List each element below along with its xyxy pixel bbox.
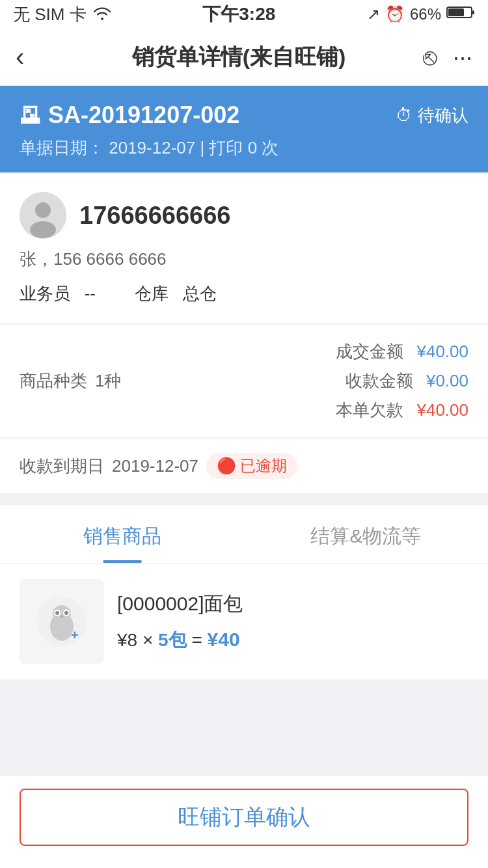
equals-sign: = — [191, 630, 207, 650]
product-quantity: 5包 — [158, 630, 187, 650]
summary-right: 成交金额 ¥40.00 收款金额 ¥0.00 本单欠款 ¥40.00 — [336, 340, 468, 422]
overdue-badge: 🔴 已逾期 — [206, 453, 297, 479]
tabs-container: 销售商品 结算&物流等 — [0, 505, 488, 563]
tab-settlement-logistics[interactable]: 结算&物流等 — [244, 505, 488, 563]
customer-name: 张，156 6666 6666 — [20, 248, 468, 271]
product-price: ¥8 — [117, 630, 137, 650]
status-right: ↗ ⏰ 66% — [367, 5, 475, 23]
status-badge: ⏱ 待确认 — [396, 104, 468, 127]
order-header-card: 🗳 SA-20191207-002 ⏱ 待确认 单据日期： 2019-12-07… — [0, 86, 488, 172]
due-date-card: 收款到期日 2019-12-07 🔴 已逾期 — [0, 439, 488, 493]
customer-main: 17666666666 — [20, 192, 468, 239]
nav-actions: ⎋ ··· — [423, 44, 472, 71]
overdue-icon: 🔴 — [217, 457, 236, 475]
svg-point-11 — [55, 611, 59, 615]
product-name: [0000002]面包 — [117, 591, 468, 617]
customer-card: 17666666666 张，156 6666 6666 业务员 -- 仓库 总仓 — [0, 174, 488, 323]
svg-point-12 — [64, 611, 68, 615]
status-time: 下午3:28 — [202, 2, 275, 27]
battery-text: 66% — [410, 5, 441, 23]
avatar — [20, 192, 66, 239]
back-button[interactable]: ‹ — [16, 42, 55, 72]
customer-phone: 17666666666 — [79, 202, 230, 230]
more-icon[interactable]: ··· — [453, 44, 472, 71]
order-date-row: 单据日期： 2019-12-07 | 打印 0 次 — [20, 137, 468, 159]
product-thumbnail: + — [20, 579, 104, 664]
amount-value: ¥40.00 — [416, 342, 468, 362]
order-icon: 🗳 — [20, 103, 40, 128]
svg-point-4 — [35, 202, 51, 218]
status-left: 无 SIM 卡 — [13, 3, 111, 26]
due-date-value: 2019-12-07 — [112, 456, 198, 476]
header-top: 🗳 SA-20191207-002 ⏱ 待确认 — [20, 102, 468, 129]
order-id: 🗳 SA-20191207-002 — [20, 102, 239, 129]
customer-meta: 业务员 -- 仓库 总仓 — [20, 282, 468, 305]
svg-rect-2 — [472, 10, 474, 14]
svg-point-5 — [30, 221, 56, 238]
due-label: 收款到期日 — [20, 455, 104, 478]
clock-icon: ⏱ — [396, 105, 413, 126]
location-icon: ↗ — [367, 5, 380, 23]
product-total: ¥40 — [208, 629, 240, 650]
page-title: 销货单详情(来自旺铺) — [132, 42, 346, 72]
multiply-sign: × — [142, 630, 158, 650]
overdue-text: 已逾期 — [240, 455, 287, 476]
item-types-row: 商品种类 1种 — [20, 370, 329, 392]
amount-row: 成交金额 ¥40.00 — [336, 340, 468, 363]
product-card: + [0000002]面包 ¥8 × 5包 = ¥40 — [0, 563, 488, 679]
product-price-row: ¥8 × 5包 = ¥40 — [117, 628, 468, 653]
svg-rect-1 — [448, 8, 464, 16]
alarm-icon: ⏰ — [385, 5, 405, 23]
received-value: ¥0.00 — [426, 371, 468, 391]
bottom-bar: 旺铺订单确认 — [0, 776, 488, 868]
owed-value: ¥40.00 — [416, 400, 468, 420]
warehouse-field: 仓库 总仓 — [135, 282, 217, 305]
wifi-icon — [93, 5, 111, 25]
status-bar: 无 SIM 卡 下午3:28 ↗ ⏰ 66% — [0, 0, 488, 29]
summary-left: 商品种类 1种 — [20, 340, 329, 422]
salesperson-field: 业务员 -- — [20, 282, 96, 305]
tab-sales-products[interactable]: 销售商品 — [0, 505, 244, 563]
svg-text:+: + — [71, 628, 79, 642]
battery-icon — [446, 5, 475, 23]
summary-card: 商品种类 1种 成交金额 ¥40.00 收款金额 ¥0.00 本单欠款 ¥40.… — [0, 325, 488, 437]
carrier-text: 无 SIM 卡 — [13, 3, 87, 26]
received-row: 收款金额 ¥0.00 — [346, 370, 468, 392]
confirm-order-button[interactable]: 旺铺订单确认 — [20, 789, 468, 846]
share-icon[interactable]: ⎋ — [423, 44, 437, 71]
nav-bar: ‹ 销货单详情(来自旺铺) ⎋ ··· — [0, 29, 488, 86]
product-info: [0000002]面包 ¥8 × 5包 = ¥40 — [117, 591, 468, 653]
owed-row: 本单欠款 ¥40.00 — [336, 399, 468, 422]
